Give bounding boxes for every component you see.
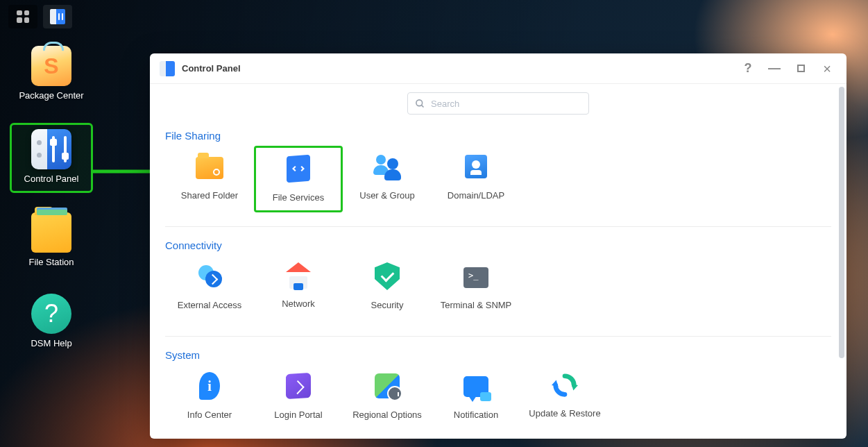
maximize-icon: [797, 65, 805, 72]
desktop-label: DSM Help: [31, 338, 71, 350]
search-box[interactable]: [407, 92, 589, 115]
grid-system: i Info Center Login Portal Regional Opti…: [165, 365, 831, 432]
security-icon: [373, 262, 401, 290]
desktop-dsm-help[interactable]: ? DSM Help: [10, 289, 93, 355]
package-center-icon: [31, 46, 71, 86]
help-icon: ?: [31, 294, 71, 334]
search-icon: [415, 99, 425, 109]
regional-options-icon: [373, 372, 401, 400]
file-services-icon: [284, 155, 312, 183]
control-panel-window: Control Panel ? — × File Sharing Shared …: [150, 53, 846, 439]
tile-label: File Services: [273, 192, 324, 203]
svg-line-3: [421, 105, 423, 107]
login-portal-icon: [284, 372, 312, 400]
domain-ldap-icon: [462, 153, 490, 180]
tile-notification[interactable]: Notification: [432, 365, 520, 432]
window-titlebar[interactable]: Control Panel ? — ×: [150, 53, 846, 84]
help-button[interactable]: ?: [738, 59, 758, 78]
desktop-label: Control Panel: [24, 174, 79, 185]
window-body: File Sharing Shared Folder File Services…: [150, 117, 846, 439]
grid-connectivity: External Access Network Security Termina…: [165, 255, 831, 322]
divider: [165, 226, 831, 227]
minimize-icon: —: [768, 61, 781, 76]
search-input[interactable]: [431, 99, 581, 109]
search-bar: [150, 84, 846, 117]
info-center-icon: i: [196, 372, 223, 400]
tile-label: Login Portal: [274, 410, 322, 420]
divider: [165, 336, 831, 337]
desktop-label: File Station: [28, 257, 74, 269]
taskbar: [0, 0, 80, 33]
tile-label: Notification: [454, 410, 498, 420]
tile-network[interactable]: Network: [254, 255, 343, 322]
tile-info-center[interactable]: i Info Center: [165, 365, 254, 432]
main-menu-button[interactable]: [8, 5, 37, 28]
desktop-icons: Package Center Control Panel File Statio…: [10, 42, 93, 355]
tile-label: External Access: [178, 300, 242, 310]
help-icon: ?: [744, 61, 752, 76]
tile-shared-folder[interactable]: Shared Folder: [165, 146, 254, 212]
grid-file-sharing: Shared Folder File Services User & Group…: [165, 146, 831, 212]
tile-user-group[interactable]: User & Group: [343, 146, 432, 212]
tile-security[interactable]: Security: [343, 255, 432, 322]
user-group-icon: [373, 153, 401, 180]
control-panel-icon: [50, 9, 65, 24]
shared-folder-icon: [196, 153, 223, 180]
terminal-icon: [462, 262, 490, 290]
taskbar-control-panel[interactable]: [43, 5, 72, 28]
tile-label: User & Group: [359, 190, 414, 201]
section-connectivity: Connectivity: [165, 239, 831, 251]
svg-point-2: [416, 99, 423, 106]
tile-label: Regional Options: [352, 410, 422, 420]
desktop-file-station[interactable]: File Station: [10, 208, 93, 274]
close-icon: ×: [823, 62, 831, 76]
window-icon: [160, 61, 175, 76]
svg-marker-5: [552, 380, 559, 387]
control-panel-icon: [31, 129, 71, 169]
tile-file-services[interactable]: File Services: [254, 146, 343, 212]
tile-regional-options[interactable]: Regional Options: [343, 365, 432, 432]
tile-label: Network: [282, 298, 315, 309]
notification-icon: [462, 372, 490, 400]
scrollbar-thumb[interactable]: [839, 87, 844, 358]
section-system: System: [165, 349, 831, 361]
tile-login-portal[interactable]: Login Portal: [254, 365, 343, 432]
desktop-package-center[interactable]: Package Center: [10, 42, 93, 108]
section-file-sharing: File Sharing: [165, 130, 831, 142]
tile-update-restore[interactable]: Update & Restore: [520, 365, 609, 432]
grid-icon: [17, 10, 29, 23]
tile-terminal-snmp[interactable]: Terminal & SNMP: [432, 255, 520, 322]
window-title: Control Panel: [182, 63, 241, 74]
tile-label: Security: [371, 300, 404, 310]
tile-label: Terminal & SNMP: [441, 300, 512, 310]
network-icon: [285, 262, 312, 289]
tile-label: Info Center: [187, 410, 232, 420]
maximize-button[interactable]: [791, 59, 810, 78]
tile-domain-ldap[interactable]: Domain/LDAP: [432, 146, 520, 212]
tile-label: Update & Restore: [529, 408, 600, 419]
minimize-button[interactable]: —: [765, 59, 784, 78]
update-restore-icon: [552, 372, 578, 398]
desktop-control-panel[interactable]: Control Panel: [10, 123, 93, 193]
external-access-icon: [196, 262, 223, 290]
desktop-label: Package Center: [19, 90, 83, 102]
tile-label: Shared Folder: [181, 190, 238, 201]
close-button[interactable]: ×: [817, 59, 837, 78]
scrollbar[interactable]: [839, 87, 844, 435]
file-station-icon: [31, 212, 71, 253]
svg-marker-4: [572, 384, 579, 391]
tile-external-access[interactable]: External Access: [165, 255, 254, 322]
tile-label: Domain/LDAP: [448, 190, 504, 201]
